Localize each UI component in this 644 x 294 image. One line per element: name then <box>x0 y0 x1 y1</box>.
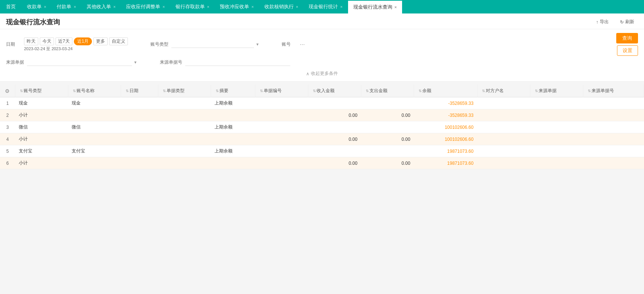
th-settings[interactable]: ⚙ <box>0 85 15 97</box>
nav-tab-close[interactable]: × <box>44 4 46 9</box>
table-row: 3微信微信上期余额100102606.60 <box>0 121 644 133</box>
sort-icon-balance: ⇅ <box>419 89 422 93</box>
td-doc_type <box>158 121 211 133</box>
query-button[interactable]: 查询 <box>616 33 638 43</box>
th-doc_no[interactable]: ⇅单据编号 <box>255 85 308 97</box>
th-income[interactable]: ⇅收入金额 <box>308 85 361 97</box>
export-icon: ↑ <box>596 19 598 25</box>
nav-tab-付款单[interactable]: 付款单× <box>51 0 81 13</box>
collapse-button[interactable]: ∧ 收起更多条件 <box>306 70 338 77</box>
nav-tab-预收冲应收单[interactable]: 预收冲应收单× <box>215 0 259 13</box>
td-settings: 3 <box>0 121 15 133</box>
nav-tab-收款核销执行[interactable]: 收款核销执行× <box>259 0 303 13</box>
account-type-dropdown-icon[interactable]: ▼ <box>255 42 259 46</box>
nav-tab-应收应付调整单[interactable]: 应收应付调整单× <box>121 0 170 13</box>
sort-icon-counterpart: ⇅ <box>482 89 485 93</box>
td-account_type: 小计 <box>15 133 68 145</box>
nav-tab-银行存取款单[interactable]: 银行存取款单× <box>170 0 215 13</box>
th-source_doc[interactable]: ⇅来源单据 <box>530 85 583 97</box>
sort-icon-doc_type: ⇅ <box>163 89 166 93</box>
td-expense: 0.00 <box>361 157 414 169</box>
td-summary <box>211 157 255 169</box>
date-btn-近7天[interactable]: 近7天 <box>56 37 72 45</box>
th-balance[interactable]: ⇅余额 <box>414 85 477 97</box>
td-summary: 上期余额 <box>211 97 255 109</box>
account-type-input[interactable] <box>171 41 254 48</box>
nav-tab-close[interactable]: × <box>340 4 342 9</box>
td-expense: 0.00 <box>361 109 414 121</box>
td-settings: 1 <box>0 97 15 109</box>
td-source_doc <box>530 97 583 109</box>
date-btn-昨天[interactable]: 昨天 <box>24 37 38 45</box>
collapse-icon: ∧ <box>306 71 309 76</box>
nav-tab-label: 现金银行流水查询 <box>353 4 392 10</box>
account-filter: 账号 ··· <box>282 41 305 48</box>
td-account_name <box>68 133 121 145</box>
account-more-dots[interactable]: ··· <box>300 41 305 48</box>
sort-icon-source_doc_no: ⇅ <box>588 89 591 93</box>
data-table: ⚙⇅账号类型⇅账号名称⇅日期⇅单据类型⇅摘要⇅单据编号⇅收入金额⇅支出金额⇅余额… <box>0 85 644 169</box>
table-row: 5支付宝支付宝上期余额19871073.60 <box>0 145 644 157</box>
th-doc_type[interactable]: ⇅单据类型 <box>158 85 211 97</box>
td-date <box>121 157 158 169</box>
nav-tab-close[interactable]: × <box>296 4 298 9</box>
source-doc-filter: 来源单据 ▼ <box>6 59 137 66</box>
th-date[interactable]: ⇅日期 <box>121 85 158 97</box>
nav-tab-close[interactable]: × <box>207 4 209 9</box>
nav-tab-其他收入单[interactable]: 其他收入单× <box>81 0 121 13</box>
nav-tab-现金银行统计[interactable]: 现金银行统计× <box>303 0 348 13</box>
sort-icon-account_name: ⇅ <box>73 89 76 93</box>
sort-icon-income: ⇅ <box>313 89 316 93</box>
date-btn-近1月[interactable]: 近1月 <box>74 37 92 45</box>
sort-icon-expense: ⇅ <box>366 89 369 93</box>
date-btn-自定义[interactable]: 自定义 <box>109 37 128 45</box>
td-date <box>121 133 158 145</box>
settings-button[interactable]: 设置 <box>617 45 638 56</box>
date-btn-更多[interactable]: 更多 <box>93 37 108 45</box>
source-doc-input[interactable] <box>27 59 132 66</box>
td-settings: 4 <box>0 133 15 145</box>
nav-tab-close[interactable]: × <box>74 4 76 9</box>
sort-icon-source_doc: ⇅ <box>535 89 538 93</box>
th-summary[interactable]: ⇅摘要 <box>211 85 255 97</box>
table-row: 6小计0.000.0019871073.60 <box>0 157 644 169</box>
refresh-icon: ↻ <box>620 19 624 25</box>
source-doc-dropdown-icon[interactable]: ▼ <box>134 60 137 64</box>
td-account_type: 支付宝 <box>15 145 68 157</box>
td-doc_no <box>255 97 308 109</box>
th-counterpart[interactable]: ⇅对方户名 <box>477 85 530 97</box>
td-counterpart <box>477 145 530 157</box>
nav-tab-close[interactable]: × <box>162 4 165 9</box>
nav-tab-label: 付款单 <box>57 3 71 10</box>
nav-tab-label: 预收冲应收单 <box>220 3 249 10</box>
nav-tab-label: 其他收入单 <box>87 3 111 10</box>
nav-home[interactable]: 首页 <box>0 0 22 13</box>
nav-tab-现金银行流水查询[interactable]: 现金银行流水查询× <box>348 0 402 13</box>
th-expense[interactable]: ⇅支出金额 <box>361 85 414 97</box>
td-source_doc_no <box>583 109 644 121</box>
date-btn-今天[interactable]: 今天 <box>40 37 54 45</box>
nav-tab-收款单[interactable]: 收款单× <box>22 0 51 13</box>
sort-icon-date: ⇅ <box>126 89 129 93</box>
td-balance: 19871073.60 <box>414 145 477 157</box>
nav-tab-close[interactable]: × <box>113 4 116 9</box>
refresh-button[interactable]: ↻ 刷新 <box>616 17 638 27</box>
account-label: 账号 <box>282 41 297 48</box>
th-account_name[interactable]: ⇅账号名称 <box>68 85 121 97</box>
td-balance: 100102606.60 <box>414 121 477 133</box>
td-expense <box>361 121 414 133</box>
source-doc-select-wrap: ▼ <box>27 59 137 66</box>
table-row: 4小计0.000.00100102606.60 <box>0 133 644 145</box>
td-income <box>308 97 361 109</box>
nav-tab-close[interactable]: × <box>251 4 254 9</box>
table-settings-icon[interactable]: ⚙ <box>5 88 10 94</box>
td-counterpart <box>477 97 530 109</box>
account-type-select-wrap: ▼ <box>171 41 259 48</box>
td-counterpart <box>477 133 530 145</box>
td-doc_no <box>255 157 308 169</box>
export-button[interactable]: ↑ 导出 <box>592 17 612 27</box>
nav-tab-close[interactable]: × <box>395 5 397 9</box>
th-account_type[interactable]: ⇅账号类型 <box>15 85 68 97</box>
th-source_doc_no[interactable]: ⇅来源单据号 <box>583 85 644 97</box>
source-doc-no-input[interactable] <box>185 59 290 66</box>
